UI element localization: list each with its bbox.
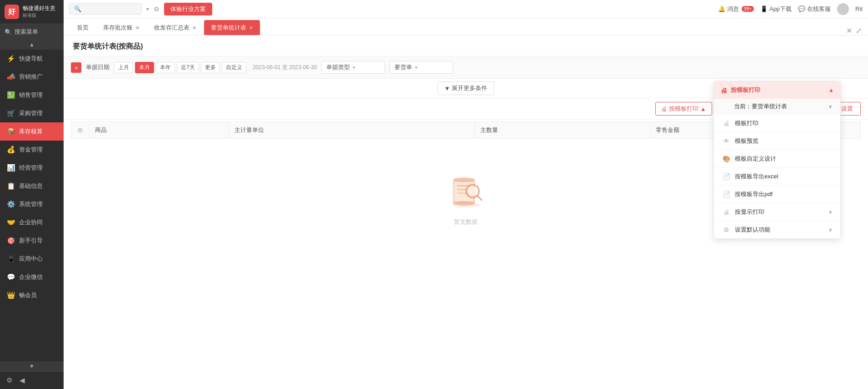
- operation-icon: 📊: [6, 164, 15, 172]
- goods-filter-select[interactable]: 要货单 ▾: [389, 61, 453, 74]
- dropdown-item-template-preview[interactable]: 👁 模板预览: [714, 132, 840, 150]
- sidebar-scroll-down[interactable]: ▼: [0, 361, 64, 371]
- date-btn-prev-month[interactable]: 上月: [114, 62, 133, 73]
- tab-order-stats[interactable]: 要货单统计表 ✕: [204, 20, 260, 35]
- export-pdf-icon: 📄: [722, 191, 730, 198]
- topbar-gear-icon[interactable]: ⚙: [154, 5, 160, 13]
- dropdown-item-export-pdf[interactable]: 📄 按模板导出pdf: [714, 186, 840, 203]
- tab-order-stats-close[interactable]: ✕: [249, 25, 253, 31]
- sidebar-item-label: 采购管理: [19, 109, 43, 117]
- tab-receipts-summary[interactable]: 收发存汇总表 ✕: [147, 20, 203, 35]
- sidebar-item-app-center[interactable]: 📱 应用中心: [0, 250, 64, 268]
- sidebar-item-label: 营销推广: [19, 73, 43, 81]
- dropdown-current-chevron: ▾: [829, 103, 832, 110]
- search-menu-button[interactable]: 🔍 搜索菜单: [0, 24, 64, 40]
- notifications-label: 消息: [727, 5, 739, 13]
- sidebar-item-label: 应用中心: [19, 255, 43, 263]
- empty-text: 暂无数据: [454, 218, 478, 226]
- topbar-right: 🔔 消息 99+ 📱 App下载 💬 在线客服 Rit: [718, 3, 863, 15]
- sidebar-item-basic-info[interactable]: 📋 基础信息: [0, 177, 64, 195]
- window-maximize-btn[interactable]: ⤢: [856, 26, 862, 35]
- online-service-btn[interactable]: 💬 在线客服: [798, 5, 831, 13]
- filter-expand-btn[interactable]: »: [71, 62, 81, 73]
- dropdown-header[interactable]: 🖨 按模板打印 ▲: [714, 81, 840, 99]
- sidebar-item-quick-nav[interactable]: ⚡ 快捷导航: [0, 50, 64, 68]
- display-print-label: 按显示打印: [735, 208, 764, 216]
- window-close-btn[interactable]: ✕: [846, 26, 852, 35]
- col-goods: 商品: [90, 122, 229, 139]
- sidebar-item-wechat[interactable]: 💬 企业微信: [0, 268, 64, 286]
- sidebar-item-sales[interactable]: 💹 销售管理: [0, 86, 64, 104]
- goods-filter-chevron: ▾: [415, 65, 418, 71]
- date-btn-more[interactable]: 更多: [201, 62, 220, 73]
- sidebar-item-inventory[interactable]: 📦 库存核算: [0, 122, 64, 141]
- user-avatar[interactable]: [837, 3, 849, 15]
- col-quantity: 主数量: [475, 122, 650, 139]
- date-range-display: 2023-06-01 至 2023-06-30: [253, 64, 317, 71]
- sidebar-settings-btn[interactable]: ⚙: [6, 376, 12, 384]
- svg-point-9: [453, 177, 475, 182]
- topbar-search-input[interactable]: [84, 6, 137, 12]
- dropdown-item-template-design[interactable]: 🎨 模板自定义设计: [714, 150, 840, 168]
- date-btn-cur-month[interactable]: 本月: [135, 62, 154, 73]
- expand-more-btn[interactable]: ▼ 展开更多条件: [438, 81, 494, 95]
- search-icon: 🔍: [5, 29, 12, 35]
- dropdown-item-export-excel[interactable]: 📄 按模板导出excel: [714, 168, 840, 186]
- sidebar-collapse-btn[interactable]: ◀: [20, 376, 25, 384]
- sidebar-item-finance[interactable]: 💰 资金管理: [0, 141, 64, 159]
- col-unit: 主计量单位: [229, 122, 475, 139]
- svg-point-7: [468, 187, 477, 196]
- topbar-search-box[interactable]: 🔍: [69, 3, 142, 15]
- type-filter-select[interactable]: 单据类型 ▾: [321, 61, 385, 74]
- date-btn-7days[interactable]: 近7天: [177, 62, 199, 73]
- tab-batch-account-close[interactable]: ✕: [135, 25, 140, 31]
- sidebar-item-label: 库存核算: [19, 127, 43, 136]
- tab-receipts-summary-close[interactable]: ✕: [192, 25, 196, 31]
- date-filter-group: 上月 本月 本年 近7天 更多 自定义: [114, 62, 246, 73]
- sales-icon: 💹: [6, 91, 15, 99]
- print-template-btn[interactable]: 🖨 按模板打印 ▲: [655, 102, 712, 116]
- tab-batch-account[interactable]: 库存批次账 ✕: [96, 20, 146, 35]
- sidebar-footer: ⚙ ◀: [0, 371, 64, 389]
- sidebar-item-newbie[interactable]: 🎯 新手引导: [0, 232, 64, 250]
- dropdown-current-item[interactable]: 当前：要货单统计表 ▾: [714, 99, 840, 115]
- sidebar-item-label: 企业微信: [19, 273, 43, 281]
- app-download-btn[interactable]: 📱 App下载: [760, 5, 792, 13]
- membership-icon: 👑: [6, 291, 15, 299]
- dropdown-display-print[interactable]: 🖨 按显示打印 ▾: [714, 203, 840, 221]
- sidebar: 好 畅捷通好生意 标准版 🔍 搜索菜单 ▲ ⚡ 快捷导航 📣 营销推广 💹 销售…: [0, 0, 64, 389]
- date-btn-cur-year[interactable]: 本年: [156, 62, 175, 73]
- sidebar-item-purchase[interactable]: 🛒 采购管理: [0, 104, 64, 122]
- notifications-btn[interactable]: 🔔 消息 99+: [718, 5, 754, 13]
- dropdown-header-left: 🖨 按模板打印: [720, 86, 760, 94]
- dropdown-item-label: 模板预览: [735, 137, 758, 145]
- tab-home[interactable]: 首页: [70, 20, 95, 35]
- sidebar-item-marketing[interactable]: 📣 营销推广: [0, 68, 64, 86]
- experience-btn[interactable]: 体验行业方案: [164, 3, 212, 15]
- sidebar-item-system[interactable]: ⚙️ 系统管理: [0, 195, 64, 213]
- topbar: 🔍 ▾ ⚙ 体验行业方案 🔔 消息 99+ 📱 App下载 💬 在线客服 Rit: [64, 0, 868, 18]
- app-name: 畅捷通好生意: [23, 5, 55, 12]
- tab-order-stats-label: 要货单统计表: [211, 24, 246, 32]
- date-btn-custom[interactable]: 自定义: [222, 62, 246, 73]
- dropdown-item-template-print[interactable]: 🖨 模板打印: [714, 115, 840, 132]
- template-print-icon: 🖨: [722, 120, 730, 127]
- empty-state-icon: [443, 166, 489, 212]
- dropdown-set-default[interactable]: ⚙ 设置默认功能 ▾: [714, 221, 840, 238]
- sidebar-item-label: 经营管理: [19, 164, 43, 172]
- sidebar-item-operation[interactable]: 📊 经营管理: [0, 159, 64, 177]
- sidebar-scroll-up[interactable]: ▲: [0, 40, 64, 50]
- dropdown-title: 按模板打印: [731, 86, 760, 94]
- expand-label: 展开更多条件: [452, 84, 487, 92]
- sidebar-item-enterprise[interactable]: 🤝 企业协同: [0, 213, 64, 232]
- app-center-icon: 📱: [6, 255, 15, 263]
- table-settings-icon[interactable]: ⚙: [77, 126, 83, 134]
- sidebar-item-membership[interactable]: 👑 畅会员: [0, 286, 64, 304]
- svg-line-8: [477, 196, 482, 200]
- sidebar-item-label: 系统管理: [19, 200, 43, 208]
- online-service-label: 在线客服: [807, 5, 831, 13]
- col-settings[interactable]: ⚙: [71, 122, 90, 139]
- quick-nav-icon: ⚡: [6, 55, 15, 63]
- download-icon: 📱: [760, 5, 768, 12]
- topbar-chevron-icon[interactable]: ▾: [146, 6, 149, 12]
